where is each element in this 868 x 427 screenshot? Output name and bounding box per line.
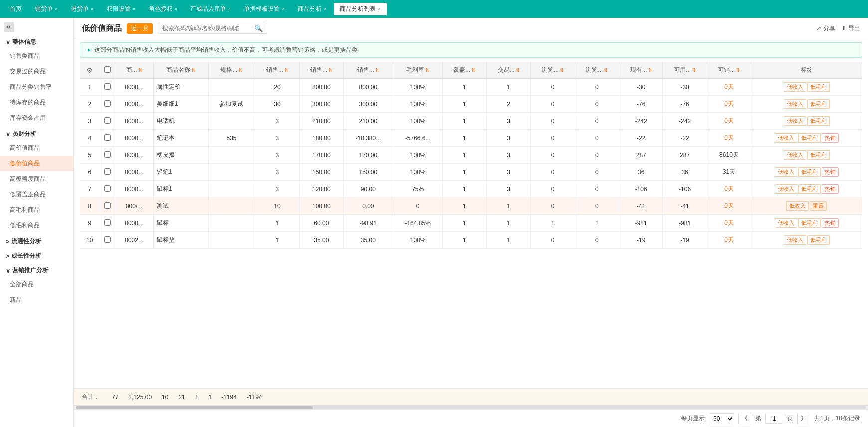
cell-checkbox[interactable] bbox=[100, 164, 115, 181]
cell-link[interactable]: 0 bbox=[551, 186, 555, 193]
cell-data: 170.00 bbox=[344, 147, 393, 164]
cell-row-number: 5 bbox=[80, 147, 100, 164]
export-btn[interactable]: ⬆ 导出 bbox=[841, 24, 860, 33]
cell-data: 300.00 bbox=[299, 96, 343, 113]
cell-link[interactable]: 0 bbox=[551, 101, 555, 108]
sidebar-item-high-value[interactable]: 高价值商品 bbox=[0, 140, 73, 156]
nav-product-analysis[interactable]: 商品分析 × bbox=[292, 3, 333, 15]
cell-checkbox[interactable] bbox=[100, 147, 115, 164]
cell-col12: 0 bbox=[575, 130, 619, 147]
cell-views-link[interactable]: 3 bbox=[507, 152, 510, 159]
row-checkbox[interactable] bbox=[104, 83, 111, 90]
cell-views-link[interactable]: 3 bbox=[507, 135, 510, 142]
search-input[interactable] bbox=[162, 25, 251, 32]
nav-close-sales[interactable]: × bbox=[55, 6, 58, 12]
table-row: 8000/...测试10100.000.0001100-41-410天低收入重置 bbox=[80, 198, 862, 215]
nav-permissions[interactable]: 权限设置 × bbox=[101, 3, 142, 15]
nav-close-purchase[interactable]: × bbox=[91, 6, 94, 12]
sidebar-group-financial[interactable]: ∨ 员财分析 bbox=[0, 126, 73, 140]
row-checkbox[interactable] bbox=[104, 185, 111, 192]
sidebar-item-low-value[interactable]: 低价值商品 bbox=[0, 156, 73, 171]
nav-close-analysis[interactable]: × bbox=[324, 6, 327, 12]
sidebar-group-growth[interactable]: > 成长性分析 bbox=[0, 248, 73, 262]
sidebar-item-pending-stock[interactable]: 待库存的商品 bbox=[0, 95, 73, 110]
sidebar-item-new-products[interactable]: 新品 bbox=[0, 292, 73, 308]
nav-close-analysis-list[interactable]: × bbox=[378, 6, 381, 12]
cell-views-link[interactable]: 3 bbox=[507, 118, 510, 125]
share-btn[interactable]: ↗ 分享 bbox=[816, 24, 835, 33]
cell-name: 鼠标1 bbox=[153, 181, 208, 198]
cell-link[interactable]: 0 bbox=[551, 135, 555, 142]
cell-views-link[interactable]: 3 bbox=[507, 169, 510, 176]
row-checkbox[interactable] bbox=[104, 202, 111, 209]
col-views1: 浏览...⇅ bbox=[531, 62, 575, 79]
cell-days: 0天 bbox=[707, 215, 751, 232]
sidebar-item-low-coverage[interactable]: 低覆盖度商品 bbox=[0, 187, 73, 202]
nav-close-product-stock[interactable]: × bbox=[228, 6, 231, 12]
per-page-select[interactable]: 50 100 200 bbox=[709, 413, 734, 424]
cell-link[interactable]: 0 bbox=[551, 237, 555, 244]
filter-recent-month-btn[interactable]: 近一月 bbox=[127, 23, 153, 34]
nav-sales-order[interactable]: 销货单 × bbox=[29, 3, 64, 15]
cell-checkbox[interactable] bbox=[100, 130, 115, 147]
nav-purchase[interactable]: 进货单 × bbox=[65, 3, 100, 15]
cell-views-link[interactable]: 1 bbox=[507, 220, 510, 227]
nav-roles[interactable]: 角色授权 × bbox=[143, 3, 184, 15]
cell-views-link[interactable]: 1 bbox=[507, 203, 510, 210]
cell-link[interactable]: 0 bbox=[551, 152, 555, 159]
collapse-sidebar-btn[interactable]: ≪ bbox=[4, 22, 14, 32]
nav-close-roles[interactable]: × bbox=[175, 6, 178, 12]
col-tags: 标签 bbox=[751, 62, 862, 79]
sidebar-group-overview[interactable]: ∨ 整体信息 bbox=[0, 34, 73, 48]
cell-checkbox[interactable] bbox=[100, 79, 115, 96]
search-icon[interactable]: 🔍 bbox=[254, 24, 263, 32]
cell-views-link[interactable]: 1 bbox=[507, 84, 510, 91]
row-checkbox[interactable] bbox=[104, 134, 111, 141]
sidebar-item-capital-usage[interactable]: 库存资金占用 bbox=[0, 110, 73, 126]
cell-checkbox[interactable] bbox=[100, 181, 115, 198]
row-checkbox[interactable] bbox=[104, 168, 111, 175]
sidebar-group-circulation[interactable]: > 流通性分析 bbox=[0, 233, 73, 248]
cell-views-link[interactable]: 3 bbox=[507, 186, 510, 193]
cell-checkbox[interactable] bbox=[100, 113, 115, 130]
first-page-btn[interactable]: 《 bbox=[738, 413, 751, 424]
sidebar-item-category-rate[interactable]: 商品分类销售率 bbox=[0, 79, 73, 95]
sidebar-item-all-products[interactable]: 全部商品 bbox=[0, 277, 73, 292]
cell-checkbox[interactable] bbox=[100, 198, 115, 215]
col-settings[interactable]: ⚙ bbox=[80, 62, 100, 79]
page-number-input[interactable] bbox=[765, 414, 783, 424]
nav-home[interactable]: 首页 bbox=[4, 3, 28, 15]
sidebar-item-low-margin[interactable]: 低毛利商品 bbox=[0, 218, 73, 233]
nav-product-analysis-list[interactable]: 商品分析列表 × bbox=[334, 3, 387, 15]
cell-views2: 0 bbox=[531, 113, 575, 130]
cell-link[interactable]: 0 bbox=[551, 118, 555, 125]
nav-product-stock[interactable]: 产成品入库单 × bbox=[184, 3, 237, 15]
cell-checkbox[interactable] bbox=[100, 232, 115, 249]
row-checkbox[interactable] bbox=[104, 219, 111, 226]
cell-views-link[interactable]: 1 bbox=[507, 237, 510, 244]
nav-close-permissions[interactable]: × bbox=[133, 6, 136, 12]
select-all-checkbox[interactable] bbox=[104, 66, 111, 73]
cell-tags: 低收入低毛利热销 bbox=[751, 164, 862, 181]
sidebar-group-marketing[interactable]: ∨ 营销推广分析 bbox=[0, 262, 73, 277]
sidebar-item-high-coverage[interactable]: 高覆盖度商品 bbox=[0, 171, 73, 187]
cell-views-link[interactable]: 2 bbox=[507, 101, 510, 108]
row-checkbox[interactable] bbox=[104, 100, 111, 107]
cell-checkbox[interactable] bbox=[100, 96, 115, 113]
sidebar-item-traded-products[interactable]: 交易过的商品 bbox=[0, 64, 73, 79]
cell-link[interactable]: 0 bbox=[551, 169, 555, 176]
page-suffix: 页 bbox=[787, 414, 793, 423]
nav-close-template[interactable]: × bbox=[282, 6, 285, 12]
sidebar-item-sales-products[interactable]: 销售类商品 bbox=[0, 48, 73, 64]
cell-link[interactable]: 0 bbox=[551, 84, 555, 91]
row-checkbox[interactable] bbox=[104, 151, 111, 158]
row-checkbox[interactable] bbox=[104, 117, 111, 124]
row-checkbox[interactable] bbox=[104, 236, 111, 243]
cell-checkbox[interactable] bbox=[100, 215, 115, 232]
cell-link[interactable]: 0 bbox=[551, 203, 555, 210]
last-page-btn[interactable]: 》 bbox=[797, 413, 810, 424]
nav-template-settings[interactable]: 单据模板设置 × bbox=[238, 3, 291, 15]
sidebar-item-high-margin[interactable]: 高毛利商品 bbox=[0, 202, 73, 218]
horizontal-scrollbar[interactable] bbox=[74, 405, 868, 409]
cell-link[interactable]: 1 bbox=[551, 220, 555, 227]
